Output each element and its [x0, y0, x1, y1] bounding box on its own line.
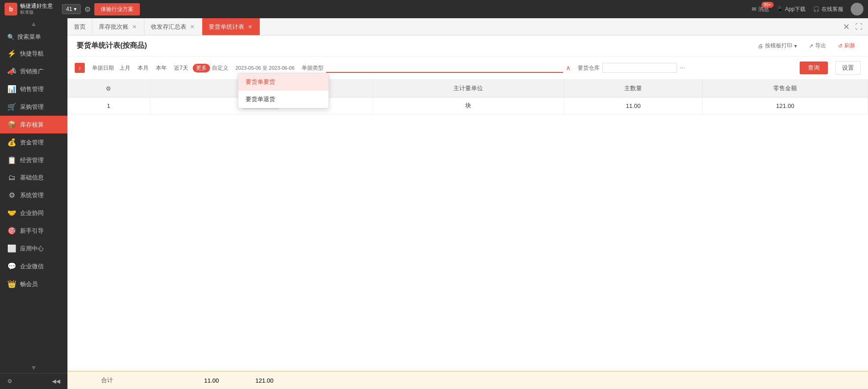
sidebar-item-label: 新手引导 — [20, 227, 44, 235]
sidebar-item-appstore[interactable]: ⬜ 应用中心 — [0, 240, 67, 257]
tab-close-order[interactable]: ✕ — [247, 23, 253, 31]
sidebar-item-guide[interactable]: 🎯 新手引导 — [0, 222, 67, 240]
company-selector[interactable]: 41 ▾ — [62, 4, 81, 14]
sidebar-item-finance[interactable]: 💰 资金管理 — [0, 133, 67, 151]
tab-order-stats[interactable]: 要货单统计表 ✕ — [202, 18, 260, 35]
date-btn-this-month[interactable]: 本月 — [135, 63, 151, 73]
header-right: ✉ 消息 99+ 📱 App下载 🎧 在线客服 — [752, 3, 863, 15]
export-button[interactable]: ↗ 导出 — [805, 40, 830, 51]
tab-maximize-button[interactable]: ⛶ — [853, 22, 864, 32]
date-btn-7days[interactable]: 近7天 — [171, 63, 191, 73]
sidebar-item-enterprise[interactable]: 🤝 企业协同 — [0, 204, 67, 222]
query-button[interactable]: 查询 — [800, 61, 828, 74]
tab-home-label: 首页 — [74, 23, 86, 31]
page-title-bar: 要货单统计表(按商品) 🖨 按模板打印 ▾ ↗ 导出 ↺ 刷新 — [67, 36, 868, 56]
type-dropdown-popup: 要货单要货 要货单退货 — [238, 73, 329, 108]
appstore-icon: ⬜ — [7, 244, 16, 253]
print-button[interactable]: 🖨 按模板打印 ▾ — [754, 40, 801, 51]
page-title: 要货单统计表(按商品) — [77, 41, 147, 51]
page-content: 要货单统计表(按商品) 🖨 按模板打印 ▾ ↗ 导出 ↺ 刷新 — [67, 36, 868, 389]
sidebar-item-purchase[interactable]: 🛒 采购管理 — [0, 98, 67, 116]
footer-quantity: 11.00 — [204, 377, 219, 384]
sidebar-item-sales[interactable]: 📊 销售管理 — [0, 80, 67, 98]
headset-icon: 🎧 — [813, 6, 820, 12]
notification-item[interactable]: ✉ 消息 99+ — [752, 5, 769, 13]
sidebar-item-label: 营销推广 — [20, 67, 44, 76]
sidebar-item-wechat[interactable]: 💬 企业微信 — [0, 257, 67, 275]
app-download-label: App下载 — [785, 5, 806, 13]
col-settings[interactable]: ⚙ — [67, 80, 150, 97]
sidebar-item-inventory[interactable]: 📦 库存核算 — [0, 116, 67, 133]
sidebar: ▲ 🔍 搜索菜单 ⚡ 快捷导航 📣 营销推广 📊 销售管理 🛒 采购管理 — [0, 18, 67, 389]
online-service-item[interactable]: 🎧 在线客服 — [813, 5, 843, 13]
col-unit: 主计量单位 — [372, 80, 564, 97]
export-label: 导出 — [815, 42, 826, 50]
sidebar-item-label: 采购管理 — [20, 103, 44, 111]
guide-icon: 🎯 — [7, 226, 16, 235]
tab-label: 库存批次账 — [99, 23, 128, 31]
basic-info-icon: 🗂 — [7, 174, 16, 182]
date-btn-this-year[interactable]: 本年 — [153, 63, 169, 73]
app-sub: 标准版 — [20, 9, 53, 15]
finance-icon: 💰 — [7, 138, 16, 147]
sidebar-item-marketing[interactable]: 📣 营销推广 — [0, 62, 67, 80]
refresh-button[interactable]: ↺ 刷新 — [834, 40, 859, 51]
sidebar-item-label: 资金管理 — [20, 138, 44, 147]
tab-home[interactable]: 首页 — [67, 18, 92, 35]
tab-shipping-summary[interactable]: 收发存汇总表 ✕ — [144, 18, 202, 35]
collapse-icon[interactable]: ◀◀ — [52, 378, 60, 384]
gear-button[interactable]: ⚙ — [84, 5, 91, 14]
sidebar-item-label: 应用中心 — [20, 245, 44, 253]
tab-label: 要货单统计表 — [209, 23, 244, 31]
date-filter-group: 单据日期 上月 本月 本年 近7天 更多 自定义 — [92, 63, 228, 73]
header-middle: 41 ▾ ⚙ 体验行业方案 — [53, 3, 752, 15]
more-filter-icon[interactable]: ··· — [680, 64, 686, 72]
date-custom-button[interactable]: 自定义 — [212, 64, 228, 72]
table-footer: 合计 11.00 121.00 — [67, 371, 868, 389]
app-download-item[interactable]: 📱 App下载 — [776, 5, 806, 13]
inventory-icon: 📦 — [7, 120, 16, 129]
bell-icon: ✉ — [752, 6, 756, 12]
warehouse-input[interactable] — [602, 63, 677, 73]
operations-icon: 📋 — [7, 156, 16, 164]
filter-expand-button[interactable]: › — [75, 63, 85, 73]
marketing-icon: 📣 — [7, 67, 16, 76]
sidebar-search[interactable]: 🔍 搜索菜单 — [0, 29, 67, 45]
purchase-icon: 🛒 — [7, 102, 16, 111]
col-quantity: 主数量 — [564, 80, 703, 97]
type-input[interactable] — [326, 63, 563, 73]
sidebar-item-label: 经营管理 — [20, 156, 44, 164]
date-btn-more[interactable]: 更多 — [193, 64, 210, 72]
tabs-bar: 首页 库存批次账 ✕ 收发存汇总表 ✕ 要货单统计表 ✕ ✕ ⛶ — [67, 18, 868, 36]
sidebar-item-system[interactable]: ⚙ 系统管理 — [0, 186, 67, 204]
dropdown-item-th[interactable]: 要货单退货 — [238, 91, 329, 108]
sidebar-item-basic-info[interactable]: 🗂 基础信息 — [0, 169, 67, 186]
sidebar-item-quick-nav[interactable]: ⚡ 快捷导航 — [0, 45, 67, 62]
tab-close-shipping[interactable]: ✕ — [189, 23, 195, 31]
settings-button[interactable]: 设置 — [835, 61, 861, 75]
date-btn-last-month[interactable]: 上月 — [117, 63, 133, 73]
tab-batch-account[interactable]: 库存批次账 ✕ — [92, 18, 144, 35]
settings-icon[interactable]: ⚙ — [7, 378, 12, 384]
sidebar-item-label: 销售管理 — [20, 85, 44, 93]
filter-bar: › 单据日期 上月 本月 本年 近7天 更多 自定义 2023-05-06 至 … — [67, 56, 868, 80]
notification-badge: 99+ — [761, 2, 774, 8]
type-dropdown-arrow[interactable]: ∧ — [566, 64, 570, 72]
sidebar-item-label: 基础信息 — [20, 174, 44, 182]
sidebar-scroll-up[interactable]: ▲ — [0, 18, 67, 29]
sidebar-scroll-down[interactable]: ▼ — [0, 362, 67, 373]
logo-icon: b — [5, 3, 17, 15]
sidebar-item-label: 企业协同 — [20, 209, 44, 217]
tab-close-all-button[interactable]: ✕ — [841, 21, 852, 33]
phone-icon: 📱 — [776, 6, 783, 12]
dropdown-item-yh[interactable]: 要货单要货 — [238, 73, 329, 91]
sidebar-item-vip[interactable]: 👑 畅会员 — [0, 275, 67, 293]
trial-button[interactable]: 体验行业方案 — [94, 3, 140, 15]
cell-quantity: 11.00 — [564, 97, 703, 114]
sidebar-item-label: 库存核算 — [20, 121, 44, 129]
tab-close-batch[interactable]: ✕ — [131, 23, 138, 31]
sidebar-item-operations[interactable]: 📋 经营管理 — [0, 151, 67, 169]
type-filter-group: 单据类型 ∧ 要货单要货 要货单退货 — [302, 63, 570, 73]
printer-icon: 🖨 — [758, 43, 763, 49]
avatar[interactable] — [851, 3, 863, 15]
